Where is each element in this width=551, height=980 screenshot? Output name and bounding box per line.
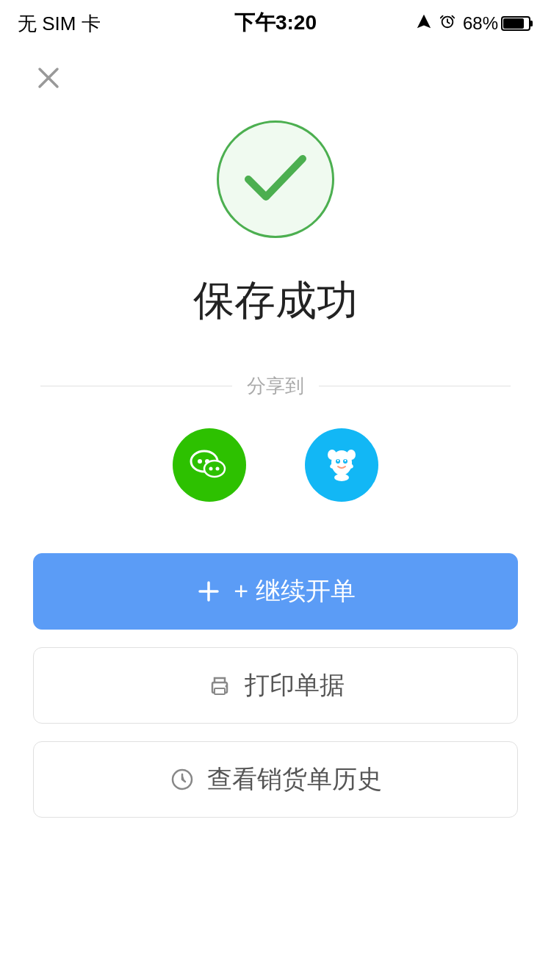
printer-icon [206, 672, 233, 699]
status-bar: 无 SIM 卡 下午3:20 68% [0, 0, 551, 47]
continue-button[interactable]: + 继续开单 [33, 553, 518, 630]
alarm-icon [439, 13, 455, 34]
wechat-share-button[interactable] [173, 428, 246, 502]
continue-label: + 继续开单 [234, 574, 355, 608]
svg-point-26 [226, 685, 228, 688]
svg-point-11 [216, 467, 220, 471]
qq-share-button[interactable] [305, 428, 378, 502]
success-circle [217, 120, 334, 238]
battery-indicator: 68% [463, 13, 533, 34]
print-button[interactable]: 打印单据 [33, 647, 518, 724]
svg-point-18 [337, 460, 339, 461]
share-divider: 分享到 [40, 373, 511, 399]
svg-point-19 [345, 460, 346, 461]
svg-rect-25 [215, 688, 225, 694]
status-right: 68% [416, 13, 533, 34]
close-button[interactable] [29, 59, 68, 97]
svg-point-7 [198, 459, 202, 464]
history-button[interactable]: 查看销货单历史 [33, 741, 518, 818]
svg-point-20 [328, 450, 336, 460]
battery-percent: 68% [463, 13, 498, 34]
svg-rect-2 [530, 21, 533, 26]
actions-list: + 继续开单 打印单据 查看销货单历史 [33, 553, 518, 818]
main-content: 保存成功 分享到 [0, 47, 551, 818]
no-sim-text: 无 SIM 卡 [18, 11, 101, 37]
plus-icon [195, 578, 222, 605]
svg-point-9 [204, 461, 225, 477]
share-row [173, 428, 378, 502]
divider-line-left [40, 386, 232, 386]
svg-point-15 [334, 474, 349, 481]
success-title: 保存成功 [193, 273, 358, 329]
clock-icon [169, 766, 195, 793]
divider-line-right [319, 386, 511, 386]
history-label: 查看销货单历史 [207, 763, 382, 796]
status-left: 无 SIM 卡 [18, 11, 108, 37]
share-label: 分享到 [247, 373, 304, 399]
location-icon [416, 13, 432, 34]
checkmark-icon [242, 151, 309, 207]
status-time: 下午3:20 [234, 9, 317, 37]
print-label: 打印单据 [245, 669, 345, 702]
svg-rect-3 [503, 18, 524, 29]
svg-point-10 [209, 467, 213, 471]
svg-point-21 [347, 450, 356, 460]
